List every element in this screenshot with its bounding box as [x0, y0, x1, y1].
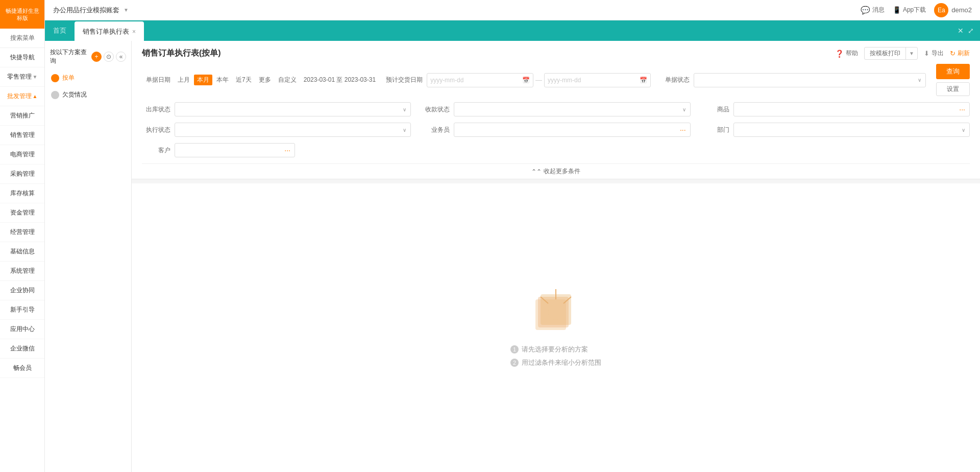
sidebar-item-finance[interactable]: 资金管理 [0, 203, 44, 223]
sidebar-item-operations[interactable]: 经营管理 [0, 223, 44, 242]
collect-status-dropdown-icon: ∨ [682, 107, 686, 112]
filter-row-1: 单据日期 上月 本月 本年 近7天 更多 自定义 2023-03-01 至 20… [142, 64, 970, 96]
expected-date-start-input[interactable]: yyyy-mm-dd 📅 [427, 73, 533, 87]
sidebar-item-member[interactable]: 畅会员 [0, 359, 44, 378]
sidebar-item-quick-nav[interactable]: 快捷导航 [0, 48, 44, 67]
settings-btn[interactable]: 设置 [936, 82, 970, 96]
tabbar-controls: ✕ ⤢ [958, 27, 980, 35]
sidebar-item-newbie[interactable]: 新手引导 [0, 300, 44, 320]
filter-exec-status-item: 执行状态 ∨ [142, 123, 411, 137]
user-name-label: demo2 [951, 6, 972, 14]
filter-expected-date-item: 预计交货日期 yyyy-mm-dd 📅 — yyyy-mm-dd [386, 73, 651, 87]
date-tab-7days[interactable]: 近7天 [233, 75, 255, 85]
topbar-left: 办公用品行业模拟账套 ▼ [53, 6, 129, 15]
date-tab-custom[interactable]: 自定义 [275, 75, 300, 85]
expected-date-end-input[interactable]: yyyy-mm-dd 📅 [544, 73, 651, 87]
filter-section: 单据日期 上月 本月 本年 近7天 更多 自定义 2023-03-01 至 20… [142, 64, 970, 179]
svg-point-3 [548, 304, 564, 320]
date-range-display: 2023-03-01 至 2023-03-31 [304, 76, 376, 84]
date-tab-this-month[interactable]: 本月 [194, 75, 212, 85]
logo-text: 畅捷通好生意 标版 [6, 7, 39, 22]
sidebar-item-ecommerce[interactable]: 电商管理 [0, 145, 44, 164]
sidebar-item-app-center[interactable]: 应用中心 [0, 320, 44, 339]
filter-exec-status-select[interactable]: ∨ [175, 123, 411, 137]
scheme-item-shortage[interactable]: 欠货情况 [45, 86, 131, 103]
sidebar-item-wholesale[interactable]: 批发管理 ▲ [0, 87, 44, 106]
tip-num-1: 1 [510, 345, 519, 353]
topbar: 办公用品行业模拟账套 ▼ 💬 消息 📱 App下载 Ea demo2 [45, 0, 980, 20]
export-icon: ⬇ [924, 50, 929, 57]
goods-ellipsis-icon: ··· [959, 105, 965, 113]
topbar-account-label: 办公用品行业模拟账套 [53, 6, 119, 15]
filter-out-status-item: 出库状态 ∨ [142, 102, 411, 116]
page-area: 按以下方案查询 + ⊙ « 按单 欠货情况 销售订单执行表(按单) [45, 41, 980, 472]
sidebar-item-retail[interactable]: 零售管理 ▼ [0, 67, 44, 87]
sidebar-item-inventory[interactable]: 库存核算 [0, 184, 44, 203]
page-header-actions: ❓ 帮助 按模板打印 ▼ ⬇ 导出 ↻ 刷新 [835, 47, 970, 60]
empty-tip-2: 2 用过滤条件来缩小分析范围 [510, 358, 601, 367]
refresh-btn[interactable]: ↻ 刷新 [950, 49, 970, 58]
sidebar-item-search[interactable]: 搜索菜单 [0, 29, 44, 48]
page-header-row: 销售订单执行表(按单) ❓ 帮助 按模板打印 ▼ ⬇ 导出 [142, 47, 970, 60]
filter-out-status-select[interactable]: ∨ [175, 102, 411, 116]
filter-status-select[interactable]: ∨ [694, 73, 926, 87]
filter-goods-item: 商品 ··· [701, 102, 970, 116]
sidebar-item-wechat[interactable]: 企业微信 [0, 339, 44, 359]
collapse-panel-btn[interactable]: « [116, 52, 126, 62]
date-tab-more[interactable]: 更多 [256, 75, 274, 85]
left-panel-actions: + ⊙ « [91, 52, 126, 62]
query-btn-group: 查询 设置 [936, 64, 970, 96]
settings-scheme-btn[interactable]: ⊙ [104, 52, 114, 62]
topbar-dropdown-icon[interactable]: ▼ [124, 7, 129, 13]
filter-sales-person-select[interactable]: ··· [454, 123, 690, 137]
page-header: 销售订单执行表(按单) ❓ 帮助 按模板打印 ▼ ⬇ 导出 [132, 41, 980, 179]
date-tabs: 上月 本月 本年 近7天 更多 自定义 [175, 75, 300, 85]
tab-close-window-icon[interactable]: ✕ [958, 27, 964, 35]
topbar-msg-btn[interactable]: 💬 消息 [861, 6, 885, 15]
topbar-app-download-btn[interactable]: 📱 App下载 [893, 6, 926, 14]
sidebar-item-sales[interactable]: 销售管理 [0, 126, 44, 145]
filter-date-item: 单据日期 上月 本月 本年 近7天 更多 自定义 2023-03-01 至 20… [142, 75, 376, 85]
sidebar-logo: 畅捷通好生意 标版 [0, 0, 45, 29]
scheme-item-by-order[interactable]: 按单 [45, 69, 131, 86]
filter-collect-status-select[interactable]: ∨ [454, 102, 690, 116]
filter-customer-select[interactable]: ··· [175, 143, 295, 157]
tab-fullscreen-icon[interactable]: ⤢ [968, 27, 974, 35]
sidebar-item-enterprise[interactable]: 企业协同 [0, 281, 44, 300]
filter-collect-status-item: 收款状态 ∨ [421, 102, 690, 116]
print-btn-group[interactable]: 按模板打印 ▼ [864, 47, 918, 60]
add-scheme-btn[interactable]: + [91, 52, 102, 62]
date-tab-this-year[interactable]: 本年 [213, 75, 232, 85]
tab-sales-order[interactable]: 销售订单执行表 × [75, 21, 144, 42]
sidebar-item-marketing[interactable]: 营销推广 [0, 106, 44, 126]
help-icon: ❓ [835, 50, 844, 58]
left-panel-title: 按以下方案查询 [50, 48, 91, 65]
filter-goods-label: 商品 [701, 105, 729, 114]
sidebar-item-system[interactable]: 系统管理 [0, 262, 44, 281]
tab-close-icon[interactable]: × [132, 28, 136, 35]
sidebar-item-basic-info[interactable]: 基础信息 [0, 242, 44, 262]
query-btn[interactable]: 查询 [936, 64, 970, 79]
tab-home[interactable]: 首页 [45, 20, 75, 41]
date-tab-last-month[interactable]: 上月 [175, 75, 193, 85]
refresh-icon: ↻ [950, 50, 955, 57]
filter-customer-item: 客户 ··· [142, 143, 295, 157]
scheme-icon-shortage [51, 91, 59, 99]
page-title: 销售订单执行表(按单) [142, 48, 221, 59]
filter-dept-select[interactable]: ∨ [733, 123, 970, 137]
right-panel: 销售订单执行表(按单) ❓ 帮助 按模板打印 ▼ ⬇ 导出 [132, 41, 980, 472]
help-btn[interactable]: ❓ 帮助 [835, 49, 858, 58]
export-btn[interactable]: ⬇ 导出 [924, 49, 944, 58]
filter-date-label: 单据日期 [142, 76, 170, 84]
filter-row-2: 出库状态 ∨ 收款状态 ∨ [142, 102, 970, 116]
calendar-end-icon: 📅 [640, 77, 647, 84]
empty-tip-1: 1 请先选择要分析的方案 [510, 345, 601, 354]
topbar-user-btn[interactable]: Ea demo2 [934, 3, 972, 17]
collapse-filter-btn[interactable]: ⌃⌃ 收起更多条件 [142, 163, 970, 179]
calendar-start-icon: 📅 [522, 77, 530, 84]
sidebar-item-purchase[interactable]: 采购管理 [0, 164, 44, 184]
sidebar: 畅捷通好生意 标版 搜索菜单 快捷导航 零售管理 ▼ 批发管理 ▲ 营销推广 销… [0, 0, 45, 472]
filter-collect-status-label: 收款状态 [421, 105, 450, 114]
print-dropdown-icon[interactable]: ▼ [906, 49, 917, 58]
filter-goods-select[interactable]: ··· [733, 102, 970, 116]
